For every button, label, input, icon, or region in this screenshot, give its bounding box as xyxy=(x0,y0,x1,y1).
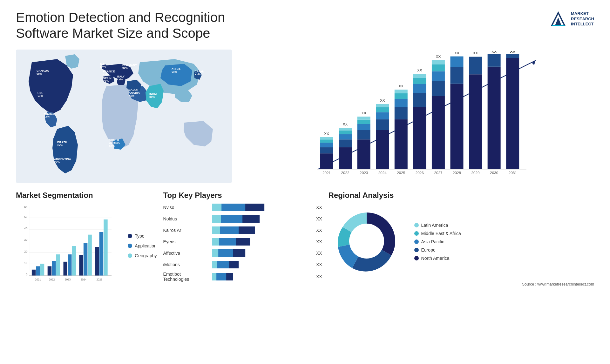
svg-rect-135 xyxy=(95,247,99,275)
svg-rect-77 xyxy=(432,64,445,71)
svg-rect-64 xyxy=(395,99,408,107)
player-bar-affectiva xyxy=(207,249,312,258)
header: Emotion Detection and Recognition Softwa… xyxy=(16,10,594,42)
svg-rect-40 xyxy=(320,143,333,147)
svg-text:xx%: xx% xyxy=(195,73,200,76)
top-row: CANADA xx% U.S. xx% MEXICO xx% BRAZIL xx… xyxy=(16,48,594,185)
svg-rect-90 xyxy=(506,58,519,169)
player-bar-imotions xyxy=(207,260,312,269)
world-map-svg: CANADA xx% U.S. xx% MEXICO xx% BRAZIL xx… xyxy=(16,48,232,185)
legend-latin-america-dot xyxy=(414,223,419,227)
svg-rect-56 xyxy=(376,130,389,169)
legend-geography: Geography xyxy=(128,253,157,258)
svg-text:2030: 2030 xyxy=(490,170,498,174)
player-xx-imotions: XX xyxy=(316,262,322,267)
player-name-affectiva: Affectiva xyxy=(163,251,205,256)
svg-text:2022: 2022 xyxy=(341,170,349,174)
svg-rect-53 xyxy=(357,120,370,124)
svg-text:10: 10 xyxy=(24,261,27,265)
svg-rect-159 xyxy=(212,273,216,280)
svg-text:xx%: xx% xyxy=(37,95,43,98)
svg-text:CANADA: CANADA xyxy=(37,69,49,72)
player-xx-emotibot: XX xyxy=(316,274,322,279)
svg-rect-129 xyxy=(72,246,76,275)
svg-text:XX: XX xyxy=(454,51,459,55)
svg-rect-47 xyxy=(339,131,352,134)
svg-rect-68 xyxy=(413,107,426,169)
svg-rect-120 xyxy=(36,266,40,275)
bar-chart-section: XX XX XX XX xyxy=(241,48,594,185)
svg-text:XX: XX xyxy=(380,98,385,102)
player-row-imotions: iMotions XX xyxy=(163,260,322,269)
svg-text:xx%: xx% xyxy=(37,72,42,76)
donut-chart xyxy=(329,203,405,280)
svg-rect-46 xyxy=(339,134,352,139)
players-title: Top Key Players xyxy=(163,191,322,200)
player-xx-noldus: XX xyxy=(316,216,322,221)
svg-rect-133 xyxy=(88,234,92,275)
legend-asia-pacific-dot xyxy=(414,239,419,244)
player-row-nviso: Nviso XX xyxy=(163,203,322,212)
legend-application: Application xyxy=(128,243,157,248)
regional-legend: Latin America Middle East & Africa Asia … xyxy=(414,223,461,261)
svg-text:U.S.: U.S. xyxy=(37,91,43,95)
player-row-noldus: Noldus XX xyxy=(163,214,322,223)
svg-rect-76 xyxy=(432,71,445,81)
svg-rect-54 xyxy=(357,117,370,120)
svg-text:2025: 2025 xyxy=(96,278,102,281)
player-bar-noldus xyxy=(207,214,312,223)
svg-rect-121 xyxy=(40,264,44,275)
svg-rect-156 xyxy=(212,261,217,268)
svg-rect-124 xyxy=(52,261,56,276)
svg-text:xx%: xx% xyxy=(54,160,60,164)
svg-text:2029: 2029 xyxy=(471,170,480,174)
player-row-affectiva: Affectiva XX xyxy=(163,249,322,258)
svg-rect-153 xyxy=(212,249,218,257)
svg-rect-141 xyxy=(212,204,221,211)
player-bar-eyeris xyxy=(207,237,312,246)
svg-rect-39 xyxy=(320,147,333,153)
svg-text:40: 40 xyxy=(24,227,27,230)
legend-application-label: Application xyxy=(135,243,157,248)
player-bar-kairos xyxy=(207,226,312,235)
legend-geography-label: Geography xyxy=(135,253,157,258)
svg-rect-88 xyxy=(488,54,501,67)
svg-text:2025: 2025 xyxy=(397,170,405,174)
player-xx-eyeris: XX xyxy=(316,239,322,244)
logo-area: MARKET RESEARCH INTELLECT xyxy=(549,10,594,29)
svg-text:xx%: xx% xyxy=(122,66,128,70)
legend-type-dot xyxy=(128,234,132,238)
svg-text:XX: XX xyxy=(436,54,441,58)
player-name-emotibot: Emotibot Technologies xyxy=(163,272,205,282)
svg-text:XX: XX xyxy=(324,131,329,135)
legend-north-america-label: North America xyxy=(421,256,450,261)
svg-text:xx%: xx% xyxy=(129,94,134,97)
player-name-noldus: Noldus xyxy=(163,216,205,221)
segmentation-chart-svg: 0 10 20 30 40 50 60 xyxy=(16,203,121,289)
page-container: Emotion Detection and Recognition Softwa… xyxy=(0,0,610,364)
svg-text:20: 20 xyxy=(24,250,27,253)
svg-text:XX: XX xyxy=(343,122,348,126)
svg-rect-91 xyxy=(506,54,519,58)
svg-text:2028: 2028 xyxy=(453,170,461,174)
legend-north-america: North America xyxy=(414,256,461,261)
player-xx-kairos: XX xyxy=(316,228,322,233)
svg-text:XX: XX xyxy=(491,51,497,53)
svg-rect-48 xyxy=(339,128,352,131)
svg-text:2024: 2024 xyxy=(81,278,87,281)
svg-rect-63 xyxy=(395,107,408,119)
svg-text:xx%: xx% xyxy=(172,71,177,74)
svg-rect-128 xyxy=(68,254,71,275)
players-section: Top Key Players Nviso XX xyxy=(163,191,322,354)
svg-rect-71 xyxy=(413,78,426,84)
legend-europe: Europe xyxy=(414,247,461,253)
player-name-eyeris: Eyeris xyxy=(163,239,205,244)
logo-icon xyxy=(549,10,568,29)
svg-rect-144 xyxy=(212,215,221,223)
svg-rect-85 xyxy=(469,57,482,74)
legend-north-america-dot xyxy=(414,256,419,260)
svg-text:2026: 2026 xyxy=(416,170,424,174)
legend-middle-east: Middle East & Africa xyxy=(414,231,461,236)
svg-text:2024: 2024 xyxy=(378,170,387,174)
player-name-nviso: Nviso xyxy=(163,205,205,210)
